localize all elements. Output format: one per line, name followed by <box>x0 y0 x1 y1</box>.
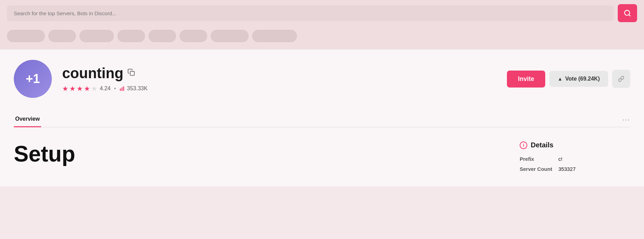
avatar: +1 <box>14 60 52 98</box>
link-icon <box>618 76 624 82</box>
main-section: Setup <box>14 141 499 176</box>
tabs-container: Overview ··· <box>14 112 630 127</box>
stars-container: ★ ★ ★ ★ ★ 4.24 <box>62 84 110 93</box>
main-content: +1 counting ★ ★ ★ ★ ★ 4. <box>0 49 644 186</box>
bot-header: +1 counting ★ ★ ★ ★ ★ 4. <box>14 60 630 98</box>
copy-icon[interactable] <box>127 68 135 78</box>
star-3: ★ <box>77 84 83 93</box>
star-1: ★ <box>62 84 68 93</box>
nav-pill-communities[interactable] <box>252 30 297 42</box>
nav-pill-soundboard[interactable] <box>180 30 207 42</box>
nav-pill-bots[interactable] <box>48 30 76 42</box>
info-icon: i <box>520 141 527 149</box>
search-button[interactable] <box>618 4 637 22</box>
vote-label: Vote (69.24K) <box>565 76 600 82</box>
search-input[interactable] <box>7 6 614 21</box>
server-count: 353.33K <box>119 85 148 92</box>
svg-line-1 <box>629 15 630 16</box>
star-2: ★ <box>69 84 76 93</box>
tab-overview[interactable]: Overview <box>14 112 41 127</box>
prefix-label: Prefix <box>520 156 554 162</box>
svg-rect-5 <box>123 86 124 91</box>
rating-value: 4.24 <box>100 85 110 92</box>
bot-name: counting <box>62 65 123 82</box>
svg-rect-4 <box>122 88 123 91</box>
prefix-row: Prefix c! <box>520 156 630 162</box>
setup-title: Setup <box>14 141 499 167</box>
star-5: ★ <box>91 84 97 93</box>
bot-meta: ★ ★ ★ ★ ★ 4.24 • 353.33K <box>62 84 497 93</box>
details-sidebar: i Details Prefix c! Server Count 353327 <box>520 141 630 176</box>
nav-pill-templates[interactable] <box>79 30 114 42</box>
server-count-label: Server Count <box>520 166 554 172</box>
prefix-value: c! <box>558 156 563 162</box>
content-area: Setup i Details Prefix c! Server Count 3… <box>14 141 630 176</box>
nav-pill-stickers[interactable] <box>148 30 176 42</box>
invite-button[interactable]: Invite <box>507 71 545 88</box>
star-4: ★ <box>84 84 90 93</box>
nav-pill-servers[interactable] <box>7 30 45 42</box>
vote-button[interactable]: ▲ Vote (69.24K) <box>549 71 608 87</box>
details-title: Details <box>531 141 554 149</box>
svg-rect-3 <box>120 89 121 91</box>
search-icon <box>624 9 631 17</box>
svg-rect-2 <box>131 71 135 75</box>
nav-pill-emojis[interactable] <box>117 30 145 42</box>
bot-actions: Invite ▲ Vote (69.24K) <box>507 70 630 88</box>
vote-arrow-icon: ▲ <box>558 76 563 82</box>
tabs-more-button[interactable]: ··· <box>622 116 630 123</box>
details-header: i Details <box>520 141 630 149</box>
bar-chart-icon <box>119 86 125 91</box>
link-button[interactable] <box>612 70 630 88</box>
bot-name-row: counting <box>62 65 497 82</box>
server-count-row: Server Count 353327 <box>520 166 630 172</box>
header <box>0 0 644 26</box>
bot-info: counting ★ ★ ★ ★ ★ 4.24 • <box>62 65 497 93</box>
dot-separator: • <box>114 85 116 92</box>
nav-pill-applications[interactable] <box>211 30 249 42</box>
server-count-value: 353327 <box>558 166 576 172</box>
nav-pills <box>0 26 644 49</box>
